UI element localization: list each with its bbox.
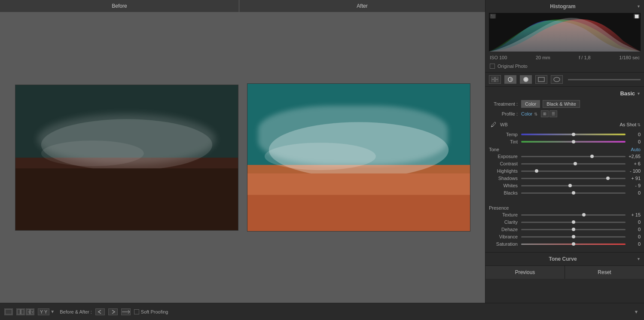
dehaze-thumb[interactable] — [572, 228, 575, 231]
svg-rect-18 — [491, 77, 494, 79]
profile-list-icon[interactable]: ☰ — [549, 110, 557, 117]
shadows-slider[interactable] — [521, 178, 626, 179]
photo-labels: Before After — [0, 0, 485, 12]
presence-title: Presence — [489, 205, 641, 210]
ba-swap-icon[interactable] — [121, 308, 131, 315]
before-after-label: Before & After : — [60, 309, 92, 314]
yx-label[interactable]: Y Y — [38, 308, 49, 315]
meta-info: ISO 100 20 mm f / 1,8 1/180 sec — [489, 53, 641, 62]
treatment-row: Treatment : Color Black & White — [489, 100, 641, 108]
shadows-value: + 91 — [626, 176, 641, 181]
svg-point-4 — [41, 140, 143, 166]
eyedropper-icon[interactable]: 🖊 — [489, 120, 498, 129]
reset-button[interactable]: Reset — [565, 266, 644, 279]
tint-slider[interactable] — [521, 141, 626, 143]
tone-auto[interactable]: Auto — [631, 147, 641, 152]
vibrance-slider[interactable] — [521, 236, 626, 238]
tone-slider[interactable] — [568, 79, 641, 80]
previous-button[interactable]: Previous — [485, 266, 565, 279]
bw-circle-icon[interactable] — [520, 75, 532, 84]
whites-value: - 9 — [626, 183, 641, 188]
basic-title: Basic — [620, 90, 635, 97]
dehaze-value: 0 — [626, 227, 641, 232]
highlights-slider[interactable] — [521, 171, 626, 172]
tint-label: Tint — [489, 139, 521, 144]
dehaze-slider[interactable] — [521, 229, 626, 230]
histogram-title: Histogram — [550, 3, 575, 9]
soft-proofing-label: Soft Proofing — [141, 309, 168, 314]
focal-value: 20 mm — [536, 55, 550, 60]
blacks-label: Blacks — [489, 190, 521, 195]
original-photo-label: Original Photo — [497, 64, 528, 69]
oval-icon[interactable] — [551, 75, 563, 84]
svg-text:Y: Y — [28, 310, 31, 314]
original-photo-checkbox[interactable] — [490, 64, 495, 69]
clarity-slider[interactable] — [521, 222, 626, 223]
ba-right-icon[interactable] — [108, 308, 118, 315]
grid-icon[interactable] — [489, 75, 501, 84]
svg-rect-7 — [247, 84, 470, 165]
histogram-section: Histogram ▼ — [485, 0, 644, 73]
texture-slider[interactable] — [521, 214, 626, 216]
svg-rect-27 — [5, 309, 12, 314]
exposure-thumb[interactable] — [590, 155, 594, 158]
basic-header: Basic ▼ — [489, 90, 641, 97]
tone-curve-collapse-icon[interactable]: ▼ — [637, 257, 641, 261]
profile-value[interactable]: Color — [521, 111, 532, 116]
vibrance-thumb[interactable] — [572, 235, 575, 238]
view-mode-icon[interactable] — [4, 308, 13, 315]
svg-point-9 — [269, 122, 448, 178]
ba-left-icon[interactable] — [95, 308, 105, 315]
texture-thumb[interactable] — [582, 213, 586, 216]
saturation-value: 0 — [626, 241, 641, 247]
temp-label: Temp — [489, 132, 521, 137]
bw-button[interactable]: Black & White — [543, 100, 580, 108]
temp-slider[interactable] — [521, 134, 626, 135]
saturation-row: Saturation 0 — [489, 241, 641, 247]
svg-rect-28 — [17, 309, 20, 314]
whites-slider[interactable] — [521, 185, 626, 186]
yx-dropdown-arrow[interactable]: ▼ — [50, 309, 55, 314]
highlights-value: - 100 — [626, 168, 641, 174]
profile-dropdown-arrow[interactable]: ⇅ — [534, 112, 537, 116]
whites-thumb[interactable] — [568, 184, 572, 187]
histogram-collapse-icon[interactable]: ▼ — [637, 4, 641, 9]
histogram-canvas: ⬛ ⬜ — [489, 13, 641, 52]
shadows-thumb[interactable] — [606, 177, 610, 180]
contrast-thumb[interactable] — [574, 162, 577, 165]
exposure-slider[interactable] — [521, 156, 626, 157]
soft-proofing-checkbox[interactable] — [134, 309, 139, 314]
tone-curve-section: Tone Curve ▼ — [485, 252, 644, 265]
whites-label: Whites — [489, 183, 521, 188]
contrast-slider[interactable] — [521, 163, 626, 165]
highlights-row: Highlights - 100 — [489, 168, 641, 174]
clarity-thumb[interactable] — [572, 220, 575, 224]
saturation-slider[interactable] — [521, 244, 626, 245]
saturation-thumb[interactable] — [572, 242, 575, 246]
before-label: Before — [0, 0, 239, 12]
toolbar-dropdown-arrow[interactable]: ▼ — [633, 308, 640, 315]
color-button[interactable]: Color — [521, 100, 540, 108]
dehaze-label: Dehaze — [489, 227, 521, 232]
blacks-value: 0 — [626, 190, 641, 195]
contrast-row: Contrast + 6 — [489, 161, 641, 166]
profile-label: Profile : — [489, 111, 521, 116]
temp-value: 0 — [626, 132, 641, 137]
highlights-thumb[interactable] — [535, 169, 538, 173]
rect-icon[interactable] — [535, 75, 547, 84]
profile-grid-icon[interactable]: ⊞ — [541, 110, 549, 117]
tint-thumb[interactable] — [572, 140, 575, 143]
wb-dropdown-arrow[interactable]: ⇅ — [637, 122, 641, 127]
temp-row: Temp 0 — [489, 132, 641, 137]
swap-view-icon[interactable]: Y Y — [26, 308, 34, 315]
blacks-thumb[interactable] — [572, 191, 575, 195]
split-view-icon[interactable] — [16, 308, 25, 315]
temp-thumb[interactable] — [572, 133, 575, 136]
texture-value: + 15 — [626, 212, 641, 217]
circle-icon[interactable] — [504, 75, 516, 84]
svg-rect-25 — [538, 77, 544, 82]
basic-collapse-icon[interactable]: ▼ — [637, 91, 641, 96]
clarity-label: Clarity — [489, 219, 521, 225]
blacks-slider[interactable] — [521, 192, 626, 194]
shutter-value: 1/180 sec — [619, 55, 640, 60]
